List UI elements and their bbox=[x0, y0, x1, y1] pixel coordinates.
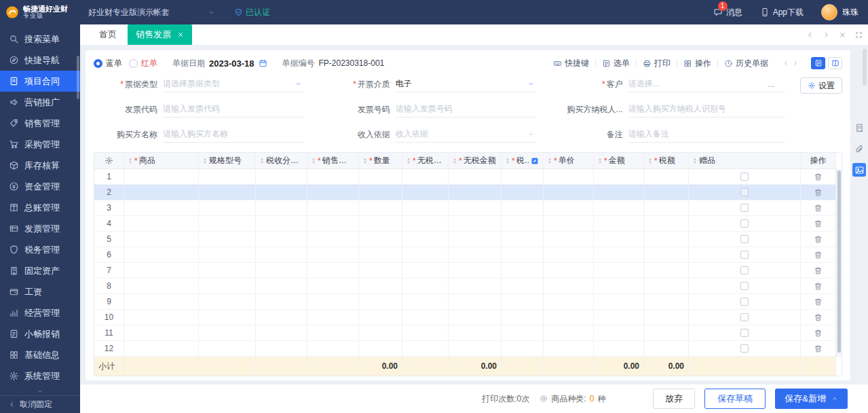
sidebar-item-search-menu[interactable]: 搜索菜单 bbox=[0, 29, 80, 50]
user-menu[interactable]: 珠珠 bbox=[821, 4, 858, 20]
settings-button[interactable]: 设置 bbox=[800, 77, 842, 94]
sidebar-item-invoice-mgmt[interactable]: 发票管理 bbox=[0, 218, 80, 239]
delete-row-icon[interactable] bbox=[814, 235, 823, 244]
delete-row-icon[interactable] bbox=[814, 251, 823, 259]
table-row-8[interactable]: 8 bbox=[94, 279, 836, 294]
edit-column-icon[interactable] bbox=[531, 157, 539, 165]
column-settings-icon[interactable] bbox=[105, 156, 113, 165]
sort-icon[interactable]: ▲▼ bbox=[407, 158, 411, 164]
prev-tab-icon[interactable] bbox=[806, 31, 814, 39]
sort-icon[interactable]: ▲▼ bbox=[648, 158, 652, 164]
sidebar-item-funds-mgmt[interactable]: 资金管理 bbox=[0, 176, 80, 197]
delete-row-icon[interactable] bbox=[814, 313, 823, 322]
sidebar-item-general-ledger[interactable]: 总账管理 bbox=[0, 197, 80, 218]
sidebar-item-tax-mgmt[interactable]: 税务管理 bbox=[0, 239, 80, 260]
invoice-medium-input[interactable]: 电子 bbox=[396, 76, 536, 92]
delete-row-icon[interactable] bbox=[814, 298, 823, 306]
tab-sales-invoice[interactable]: 销售发票 bbox=[128, 24, 192, 45]
red-invoice-radio[interactable]: 红单 bbox=[129, 58, 157, 69]
page-scrollbar[interactable] bbox=[863, 49, 867, 86]
print-button[interactable]: 打印 bbox=[637, 58, 677, 69]
next-tab-icon[interactable] bbox=[823, 31, 830, 39]
prev-doc-icon[interactable] bbox=[782, 60, 789, 67]
table-row-10[interactable]: 10 bbox=[94, 310, 836, 325]
scrollbar-thumb[interactable] bbox=[837, 170, 841, 353]
history-docs-button[interactable]: 历史单据 bbox=[718, 58, 774, 69]
gift-checkbox[interactable] bbox=[740, 266, 749, 274]
sidebar-item-purchase-mgmt[interactable]: 采购管理 bbox=[0, 134, 80, 155]
delete-row-icon[interactable] bbox=[814, 188, 823, 197]
customer-input[interactable]: 请选择... ... bbox=[628, 76, 785, 92]
sidebar-item-sales-mgmt[interactable]: 销售管理 bbox=[0, 113, 80, 134]
fullscreen-icon[interactable] bbox=[855, 31, 863, 39]
delete-row-icon[interactable] bbox=[814, 219, 823, 228]
delete-row-icon[interactable] bbox=[814, 173, 823, 181]
sort-icon[interactable]: ▲▼ bbox=[128, 158, 132, 164]
app-download-button[interactable]: App下载 bbox=[760, 7, 804, 18]
sort-icon[interactable]: ▲▼ bbox=[260, 158, 264, 164]
sidebar-item-business-mgmt[interactable]: 经营管理 bbox=[0, 302, 80, 323]
sidebar-item-fixed-assets[interactable]: 固定资产 bbox=[0, 260, 80, 281]
sort-icon[interactable]: ▲▼ bbox=[693, 158, 697, 164]
account-set-select[interactable]: 好业财专业版演示帐套 bbox=[88, 7, 215, 18]
table-row-6[interactable]: 6 bbox=[94, 247, 836, 263]
save-and-new-button[interactable]: 保存&新增 bbox=[775, 389, 848, 409]
doc-date-value[interactable]: 2023-03-18 bbox=[209, 58, 254, 69]
table-row-3[interactable]: 3 bbox=[94, 200, 836, 216]
sidebar-item-project-contract[interactable]: 项目合同 bbox=[0, 71, 80, 92]
table-row-11[interactable]: 11 bbox=[94, 325, 836, 341]
list-layout-toggle[interactable] bbox=[811, 57, 825, 69]
sort-icon[interactable]: ▲▼ bbox=[203, 158, 207, 164]
more-icon[interactable]: ... bbox=[768, 79, 774, 89]
tab-home[interactable]: 首页 bbox=[88, 29, 128, 41]
unpin-button[interactable]: 取消固定 bbox=[0, 395, 80, 413]
delete-row-icon[interactable] bbox=[814, 344, 823, 353]
table-scrollbar[interactable] bbox=[836, 169, 842, 357]
doc-preview-icon[interactable] bbox=[852, 121, 866, 134]
invoice-code-input[interactable]: 请输入发票代码 bbox=[163, 101, 303, 118]
split-layout-toggle[interactable] bbox=[828, 57, 842, 69]
remark-input[interactable]: 请输入备注 bbox=[628, 126, 785, 143]
sort-icon[interactable]: ▲▼ bbox=[598, 158, 602, 164]
sidebar-item-quick-nav[interactable]: 快捷导航 bbox=[0, 50, 80, 71]
table-row-1[interactable]: 1 bbox=[94, 169, 836, 185]
buyer-name-input[interactable]: 请输入购买方名称 bbox=[163, 126, 303, 143]
bill-type-input[interactable]: 请选择票据类型 bbox=[163, 76, 303, 92]
gift-checkbox[interactable] bbox=[740, 251, 749, 259]
gift-checkbox[interactable] bbox=[740, 173, 749, 181]
sort-icon[interactable]: ▲▼ bbox=[453, 158, 457, 164]
shortcut-keys-button[interactable]: 快捷键 bbox=[547, 58, 595, 69]
sort-icon[interactable]: ▲▼ bbox=[506, 158, 510, 164]
messages-button[interactable]: 1 消息 bbox=[713, 7, 742, 18]
save-draft-button[interactable]: 保存草稿 bbox=[704, 389, 766, 409]
gift-checkbox[interactable] bbox=[740, 329, 749, 337]
attachment-icon[interactable] bbox=[852, 142, 866, 156]
image-viewer-icon[interactable] bbox=[852, 163, 866, 177]
table-row-2[interactable]: 2 bbox=[94, 185, 836, 200]
delete-row-icon[interactable] bbox=[814, 329, 823, 338]
sidebar-item-marketing[interactable]: 营销推广 bbox=[0, 92, 80, 113]
sidebar-scrollbar[interactable] bbox=[77, 56, 79, 99]
buyer-tax-id-input[interactable]: 请输入购买方纳税人识别号 bbox=[628, 101, 785, 118]
calendar-icon[interactable] bbox=[259, 59, 267, 68]
pick-doc-button[interactable]: 选单 bbox=[596, 58, 636, 69]
gift-checkbox[interactable] bbox=[740, 235, 749, 243]
gift-checkbox[interactable] bbox=[740, 298, 749, 306]
discard-button[interactable]: 放弃 bbox=[653, 389, 695, 409]
table-row-9[interactable]: 9 bbox=[94, 294, 836, 310]
table-row-7[interactable]: 7 bbox=[94, 263, 836, 279]
sidebar-item-system-mgmt[interactable]: 系统管理 bbox=[0, 365, 80, 387]
table-row-4[interactable]: 4 bbox=[94, 216, 836, 232]
sort-icon[interactable]: ▲▼ bbox=[548, 158, 552, 164]
table-row-12[interactable]: 12 bbox=[94, 341, 836, 357]
gift-checkbox[interactable] bbox=[740, 282, 749, 290]
income-basis-input[interactable]: 收入依据 bbox=[396, 126, 536, 143]
gift-checkbox[interactable] bbox=[740, 219, 749, 228]
sidebar-scroll-down-icon[interactable] bbox=[0, 387, 80, 395]
sidebar-item-inventory-accounting[interactable]: 库存核算 bbox=[0, 155, 80, 176]
sidebar-item-payroll[interactable]: 工资 bbox=[0, 281, 80, 302]
table-row-5[interactable]: 5 bbox=[94, 232, 836, 247]
tab-close-icon[interactable] bbox=[177, 31, 184, 38]
delete-row-icon[interactable] bbox=[814, 266, 823, 275]
sidebar-item-expense[interactable]: 小畅报销 bbox=[0, 323, 80, 344]
